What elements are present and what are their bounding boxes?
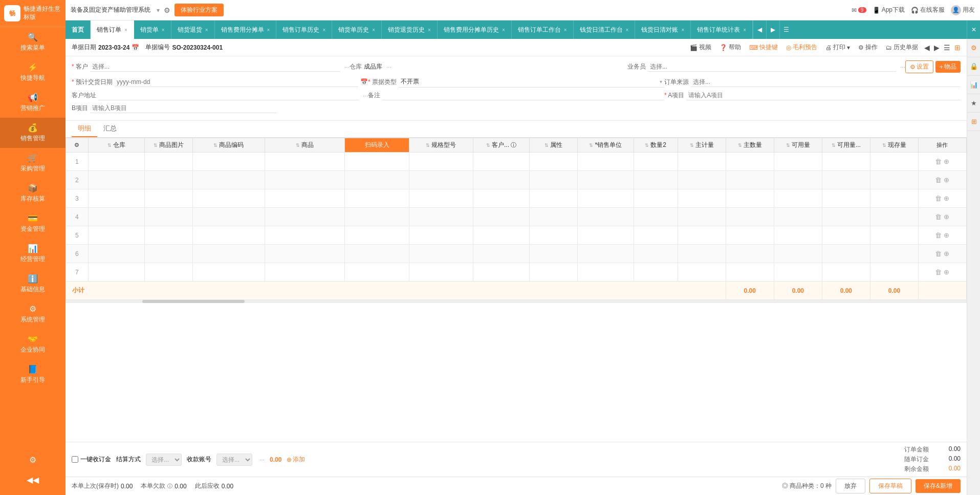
tab-sales-return[interactable]: 销货退货 × [171, 20, 215, 39]
row-delete-icon[interactable]: 🗑 [935, 231, 942, 239]
help-btn[interactable]: ❓ 帮助 [717, 42, 743, 53]
discard-button[interactable]: 放弃 [836, 479, 865, 493]
row-copy-icon[interactable]: ⊕ [944, 231, 949, 239]
address-expand-icon[interactable]: ··· [363, 92, 368, 99]
settings-button[interactable]: ⚙ 设置 [905, 60, 933, 73]
tab-close-icon[interactable]: × [205, 27, 208, 33]
tab-sales-order[interactable]: 销售订单 × [91, 20, 134, 39]
a-project-input[interactable] [686, 91, 961, 100]
b-project-input[interactable] [90, 103, 276, 113]
sidebar-item-operations[interactable]: 📊 经营管理 [0, 239, 66, 269]
row-copy-icon[interactable]: ⊕ [944, 268, 949, 276]
sidebar-item-settings-bottom[interactable]: ⚙ [0, 450, 66, 470]
goods-button[interactable]: + 物品 [935, 61, 961, 73]
tab-close-icon[interactable]: × [124, 27, 127, 33]
tab-prev-btn[interactable]: ◀ [753, 20, 766, 39]
sidebar-item-finance[interactable]: 💳 资金管理 [0, 208, 66, 239]
topbar-gear-icon[interactable]: ⚙ [164, 6, 170, 14]
tab-sales-stats[interactable]: 销售订单统计表 × [691, 20, 753, 39]
warehouse-expand-icon[interactable]: ··· [386, 63, 391, 71]
toggle-grid-btn[interactable]: ⊞ [954, 44, 961, 52]
tab-fee-split[interactable]: 销售费用分摊单 × [215, 20, 277, 39]
tab-close-icon[interactable]: × [626, 27, 629, 33]
industry-solution-button[interactable]: 体验行业方案 [175, 4, 224, 16]
row-delete-icon[interactable]: 🗑 [935, 213, 942, 221]
save-new-button[interactable]: 保存&新增 [916, 479, 961, 493]
customer-input[interactable] [90, 62, 340, 72]
profit-btn[interactable]: ◎ 毛利预告 [784, 42, 819, 53]
row-delete-icon[interactable]: 🗑 [935, 176, 942, 184]
sidebar-item-base[interactable]: ℹ️ 基础信息 [0, 269, 66, 299]
ops-btn[interactable]: ⚙ 操作 [856, 42, 880, 53]
ticket-select[interactable]: 不开票 ▾ [399, 76, 664, 88]
shortcut-btn[interactable]: ⌨ 快捷键 [747, 42, 780, 53]
tab-home[interactable]: 首页 [66, 20, 91, 39]
tab-close-icon[interactable]: × [162, 27, 165, 33]
account-select[interactable]: 选择... [216, 454, 252, 466]
tab-fee-history[interactable]: 销售费用分摊单历史 × [438, 20, 512, 39]
tab-sales-invoice[interactable]: 销货单 × [134, 20, 171, 39]
row-copy-icon[interactable]: ⊕ [944, 176, 949, 184]
calendar-icon[interactable]: 📅 [132, 44, 139, 51]
sidebar-item-guide[interactable]: 📘 新手引导 [0, 359, 66, 390]
sidebar-item-purchase[interactable]: 🛒 采购管理 [0, 148, 66, 178]
order-source-input[interactable] [691, 77, 961, 87]
row-copy-icon[interactable]: ⊕ [944, 250, 949, 257]
row-copy-icon[interactable]: ⊕ [944, 195, 949, 202]
delivery-calendar-icon[interactable]: 📅 [360, 78, 368, 85]
tab-close-all-btn[interactable]: ✕ [967, 20, 980, 39]
toggle-list-btn[interactable]: ☰ [944, 44, 950, 52]
view-btn[interactable]: 🎬 视频 [688, 42, 713, 53]
tab-summary[interactable]: 汇总 [97, 121, 123, 137]
tab-close-icon[interactable]: × [267, 27, 270, 33]
delivery-input[interactable] [115, 77, 358, 87]
rp-bookmark-btn[interactable]: ★ [967, 94, 980, 113]
tab-close-icon[interactable]: × [428, 27, 431, 33]
account-expand-icon[interactable]: ··· [259, 456, 265, 463]
sidebar-item-collapse[interactable]: ◀◀ [0, 470, 66, 490]
tab-detail[interactable]: 明细 [72, 121, 97, 137]
tab-daily-workbench[interactable]: 钱货日清工作台 × [574, 20, 636, 39]
tab-close-icon[interactable]: × [372, 27, 375, 33]
row-copy-icon[interactable]: ⊕ [944, 213, 949, 221]
customer-expand-icon[interactable]: ··· [344, 63, 350, 71]
col-settings[interactable]: ⚙ [66, 138, 89, 153]
deposit-checkbox[interactable] [72, 456, 78, 463]
tab-order-workbench[interactable]: 销售订单工作台 × [512, 20, 574, 39]
row-delete-icon[interactable]: 🗑 [935, 158, 942, 165]
online-support-item[interactable]: 🎧 在线客服 [911, 6, 945, 14]
row-copy-icon[interactable]: ⊕ [944, 158, 949, 165]
rp-qr-btn[interactable]: ⊞ [967, 113, 980, 131]
rp-settings-btn[interactable]: ⚙ [967, 39, 980, 57]
tab-close-icon[interactable]: × [502, 27, 505, 33]
tab-invoice-history[interactable]: 销货单历史 × [332, 20, 382, 39]
scroll-thumb[interactable] [142, 300, 245, 303]
tab-next-btn[interactable]: ▶ [766, 20, 779, 39]
sidebar-item-sales[interactable]: 💰 销售管理 [0, 118, 66, 148]
deposit-checkbox-label[interactable]: 一键收订金 [72, 455, 111, 464]
toggle-right-btn[interactable]: ▶ [934, 44, 940, 52]
tab-more-btn[interactable]: ☰ [779, 20, 793, 39]
note-input[interactable] [382, 91, 664, 100]
history-btn[interactable]: 🗂 历史单据 [884, 42, 920, 53]
staff-input[interactable] [648, 62, 896, 72]
sidebar-item-shortcut[interactable]: ⚡ 快捷导航 [0, 57, 66, 88]
add-payment-button[interactable]: ⊕ 添加 [287, 455, 305, 464]
user-avatar-item[interactable]: 👤 用友 [951, 5, 975, 15]
rp-lock-btn[interactable]: 🔒 [967, 57, 980, 76]
row-delete-icon[interactable]: 🗑 [935, 250, 942, 257]
tab-close-icon[interactable]: × [743, 27, 746, 33]
sidebar-item-search[interactable]: 🔍 搜索菜单 [0, 27, 66, 57]
sidebar-item-collab[interactable]: 🤝 企业协同 [0, 329, 66, 359]
address-input[interactable] [98, 91, 359, 100]
print-btn[interactable]: 🖨 打印 ▾ [823, 42, 852, 53]
sidebar-item-inventory[interactable]: 📦 库存核算 [0, 178, 66, 208]
app-download-item[interactable]: 📱 App下载 [873, 6, 905, 14]
rp-chart-btn[interactable]: 📊 [967, 76, 980, 94]
staff-expand-icon[interactable]: ··· [900, 63, 905, 71]
row-delete-icon[interactable]: 🗑 [935, 195, 942, 202]
row-delete-icon[interactable]: 🗑 [935, 268, 942, 276]
tab-return-history[interactable]: 销货退货历史 × [382, 20, 438, 39]
toggle-left-btn[interactable]: ◀ [924, 44, 930, 52]
tab-daily-reconcile[interactable]: 钱货日清对账 × [635, 20, 691, 39]
